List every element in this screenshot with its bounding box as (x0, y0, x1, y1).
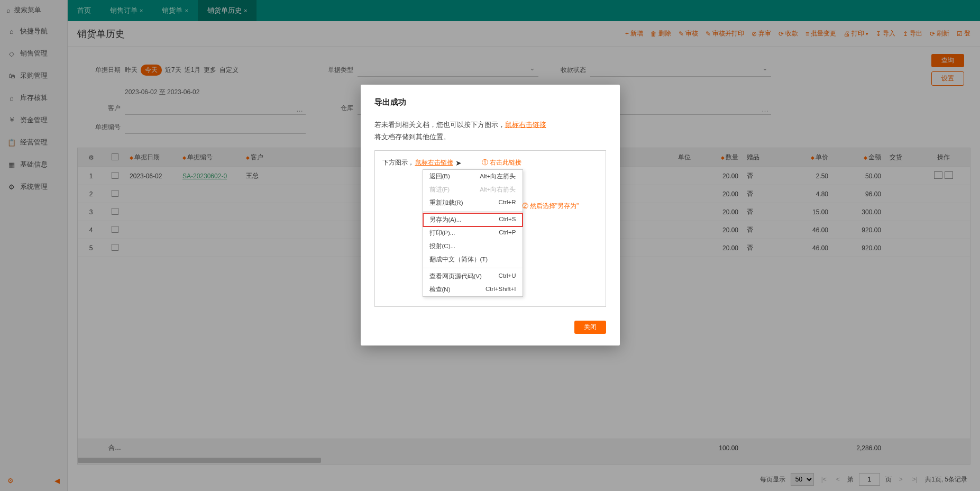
ctx-item: 查看网页源代码(V)Ctrl+U (423, 270, 523, 283)
modal-line2: 将文档存储到其他位置。 (374, 131, 606, 143)
modal-title: 导出成功 (374, 97, 606, 107)
ctx-item: 重新加载(R)Ctrl+R (423, 196, 523, 210)
ctx-item: 检查(N)Ctrl+Shift+I (423, 283, 523, 296)
ctx-item: 另存为(A)...Ctrl+S (423, 213, 523, 226)
cursor-icon: ➤ (455, 159, 462, 167)
right-click-link[interactable]: 鼠标右击链接 (505, 121, 546, 129)
ctx-item: 返回(B)Alt+向左箭头 (423, 170, 523, 183)
demo-box: 下方图示， 鼠标右击链接 ➤ ① 右击此链接 返回(B)Alt+向左箭头前进(F… (374, 150, 606, 307)
demo-link: 鼠标右击链接 (415, 158, 453, 167)
ctx-item: 翻成中文（简体）(T) (423, 253, 523, 266)
modal-overlay: 导出成功 若未看到相关文档，您也可以按下方图示，鼠标右击链接 将文档存储到其他位… (0, 0, 980, 491)
modal-line1: 若未看到相关文档，您也可以按下方图示，鼠标右击链接 (374, 119, 606, 131)
ctx-item: 投射(C)... (423, 240, 523, 253)
ctx-item: 前进(F)Alt+向右箭头 (423, 183, 523, 196)
ctx-item: 打印(P)...Ctrl+P (423, 226, 523, 240)
export-success-modal: 导出成功 若未看到相关文档，您也可以按下方图示，鼠标右击链接 将文档存储到其他位… (361, 85, 620, 345)
context-menu-demo: 返回(B)Alt+向左箭头前进(F)Alt+向右箭头重新加载(R)Ctrl+R另… (423, 169, 523, 297)
tip-1: ① 右击此链接 (482, 158, 521, 167)
tip-2: ② 然后选择"另存为" (522, 202, 579, 211)
close-button[interactable]: 关闭 (574, 321, 606, 334)
